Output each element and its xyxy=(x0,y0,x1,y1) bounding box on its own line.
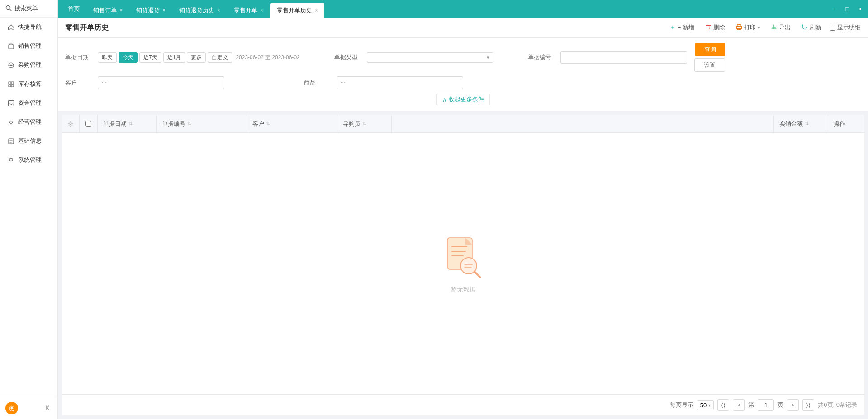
sidebar-label-sales-mgmt: 销售管理 xyxy=(18,42,42,50)
print-button[interactable]: 打印 ▾ xyxy=(733,22,763,33)
tab-retail-open-label: 零售开单 xyxy=(234,6,257,14)
first-page-btn[interactable]: ⟨⟨ xyxy=(717,399,729,411)
customer-filter-label: 客户 xyxy=(65,79,90,87)
th-amount-label: 实销金额 xyxy=(779,120,803,128)
add-button[interactable]: ＋ + 新增 xyxy=(667,22,697,33)
th-extra xyxy=(392,115,774,132)
tab-retail-history-close[interactable]: × xyxy=(315,8,318,13)
last-page-btn[interactable]: ⟩⟩ xyxy=(802,399,814,411)
basic-info-icon xyxy=(7,137,14,145)
next-page-btn[interactable]: ＞ xyxy=(787,399,799,411)
window-minimize-btn[interactable]: － xyxy=(830,5,839,14)
print-icon xyxy=(736,24,742,32)
sidebar-item-sys-mgmt[interactable]: 系统管理 xyxy=(0,151,57,169)
page-number-input[interactable] xyxy=(758,399,774,411)
display-detail-input[interactable] xyxy=(830,25,835,31)
th-settings[interactable] xyxy=(62,115,80,132)
tab-sales-order-close[interactable]: × xyxy=(119,8,123,13)
svg-rect-4 xyxy=(9,82,11,84)
th-action-label: 操作 xyxy=(834,120,845,128)
th-checkbox[interactable] xyxy=(80,115,98,132)
th-amount[interactable]: 实销金额 ⇅ xyxy=(774,115,828,132)
date-range-text: 2023-06-02 至 2023-06-02 xyxy=(236,54,299,61)
add-icon: ＋ xyxy=(669,24,676,32)
svg-rect-6 xyxy=(9,85,11,87)
svg-rect-12 xyxy=(737,24,741,26)
th-date[interactable]: 单据日期 ⇅ xyxy=(98,115,157,132)
settings-gear-btn[interactable] xyxy=(5,402,18,414)
date-btn-today[interactable]: 今天 xyxy=(119,52,138,63)
tab-sales-return-close[interactable]: × xyxy=(162,8,166,13)
search-icon xyxy=(5,5,12,13)
tab-sales-return-history-label: 销货退货历史 xyxy=(179,6,214,14)
th-amount-sort-icon: ⇅ xyxy=(805,121,809,127)
number-filter-input[interactable] xyxy=(560,51,687,64)
svg-rect-2 xyxy=(9,45,14,49)
purchase-icon xyxy=(7,61,14,69)
sidebar-item-inventory[interactable]: 库存核算 xyxy=(0,75,57,94)
window-maximize-btn[interactable]: □ xyxy=(843,5,852,14)
export-button[interactable]: 导出 xyxy=(768,22,793,33)
pagination-bar: 每页显示 50 ▾ ⟨⟨ ＜ 第 页 ＞ ⟩⟩ 共0页, 0条记录 xyxy=(62,394,864,415)
tab-sales-return-history[interactable]: 销货退货历史 × xyxy=(173,3,227,18)
date-btn-7days[interactable]: 近7天 xyxy=(139,52,161,63)
type-filter-select[interactable]: ▾ xyxy=(367,52,493,63)
th-number[interactable]: 单据编号 ⇅ xyxy=(157,115,247,132)
sidebar-item-basic-info[interactable]: 基础信息 xyxy=(0,132,57,151)
date-btn-yesterday[interactable]: 昨天 xyxy=(98,52,117,63)
sidebar: 搜索菜单 快捷导航 销售管理 xyxy=(0,0,58,419)
query-button[interactable]: 查询 xyxy=(695,43,725,56)
sidebar-item-operations[interactable]: 经营管理 xyxy=(0,113,57,132)
date-btn-more[interactable]: 更多 xyxy=(187,52,206,63)
goods-filter-input[interactable]: ··· xyxy=(337,76,463,89)
filter-row-2: 客户 ··· 商品 ··· xyxy=(65,76,861,89)
goods-ellipsis: ··· xyxy=(341,79,346,85)
sidebar-item-finance[interactable]: 资金管理 xyxy=(0,94,57,113)
delete-icon xyxy=(705,24,711,32)
page-suffix: 页 xyxy=(778,401,783,409)
per-page-label: 每页显示 xyxy=(670,401,693,409)
svg-rect-7 xyxy=(11,85,14,87)
th-guide[interactable]: 导购员 ⇅ xyxy=(337,115,392,132)
sidebar-collapse-btn[interactable] xyxy=(44,404,52,413)
tab-retail-open[interactable]: 零售开单 × xyxy=(228,3,270,18)
per-page-arrow-icon: ▾ xyxy=(708,403,711,408)
display-detail-checkbox[interactable]: 显示明细 xyxy=(830,24,861,32)
toolbar-actions: ＋ + 新增 删除 xyxy=(667,22,861,33)
select-all-checkbox[interactable] xyxy=(85,121,91,127)
prev-page-btn[interactable]: ＜ xyxy=(733,399,745,411)
th-number-label: 单据编号 xyxy=(162,120,185,128)
customer-ellipsis: ··· xyxy=(102,79,107,85)
date-btn-custom[interactable]: 自定义 xyxy=(208,52,232,63)
th-number-sort-icon: ⇅ xyxy=(187,121,191,127)
window-close-btn[interactable]: × xyxy=(855,5,864,14)
sidebar-footer xyxy=(0,397,57,419)
tab-home[interactable]: 首页 xyxy=(62,2,86,16)
customer-filter-input[interactable]: ··· xyxy=(98,76,224,89)
print-label: 打印 xyxy=(744,24,756,32)
sidebar-search[interactable]: 搜索菜单 xyxy=(0,0,57,18)
empty-text: 暂无数据 xyxy=(451,286,476,294)
sidebar-item-purchase-mgmt[interactable]: 采购管理 xyxy=(0,56,57,75)
sidebar-item-sales-mgmt[interactable]: 销售管理 xyxy=(0,37,57,56)
tab-retail-open-close[interactable]: × xyxy=(260,8,263,13)
refresh-button[interactable]: 刷新 xyxy=(799,22,824,33)
filter-collapse-btn[interactable]: ∧ 收起更多条件 xyxy=(436,94,490,105)
th-customer[interactable]: 客户 ⇅ xyxy=(247,115,337,132)
tab-retail-history[interactable]: 零售开单历史 × xyxy=(270,3,324,18)
per-page-select[interactable]: 50 ▾ xyxy=(697,400,714,410)
date-btn-1month[interactable]: 近1月 xyxy=(163,52,185,63)
delete-button[interactable]: 删除 xyxy=(702,22,728,33)
tab-sales-return-history-close[interactable]: × xyxy=(217,8,220,13)
collapse-up-icon: ∧ xyxy=(442,96,447,103)
table-container: 单据日期 ⇅ 单据编号 ⇅ 客户 ⇅ 导购员 ⇅ 实销金额 xyxy=(62,115,864,415)
inventory-icon xyxy=(7,80,14,88)
tab-sales-order[interactable]: 销售订单 × xyxy=(87,3,129,18)
total-info: 共0页, 0条记录 xyxy=(818,401,857,409)
goods-filter-label: 商品 xyxy=(304,79,329,87)
tab-sales-return[interactable]: 销货退货 × xyxy=(130,3,172,18)
settings-button[interactable]: 设置 xyxy=(694,58,725,72)
sidebar-item-quick-nav[interactable]: 快捷导航 xyxy=(0,18,57,37)
type-filter-label: 单据类型 xyxy=(334,53,360,61)
sidebar-label-inventory: 库存核算 xyxy=(18,80,42,88)
